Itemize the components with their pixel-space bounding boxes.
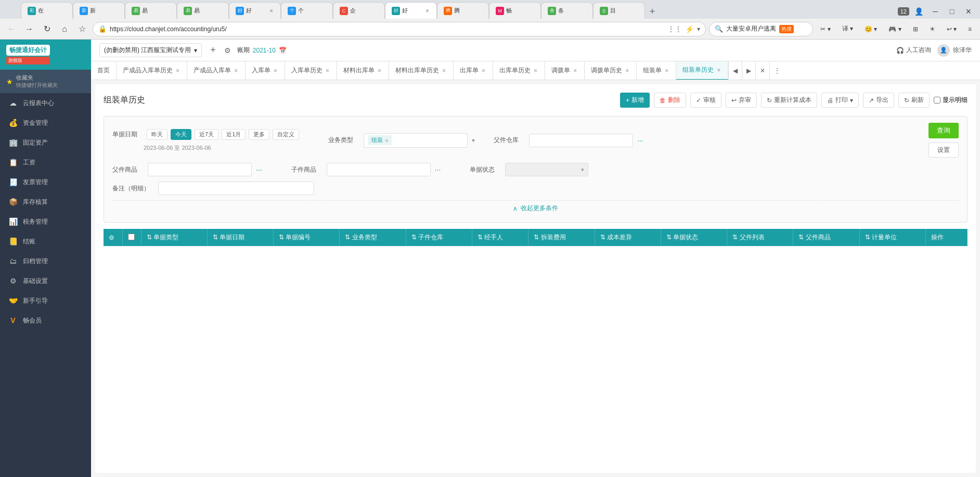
assemble-close[interactable]: ×: [664, 67, 669, 74]
browser-tab-6[interactable]: 个 个: [281, 2, 333, 19]
lightning-icon[interactable]: ⚡: [685, 25, 694, 33]
refresh-btn[interactable]: ↻ 刷新: [898, 93, 930, 108]
prod-in-hist-close[interactable]: ×: [175, 67, 180, 74]
set-btn[interactable]: 设置: [929, 143, 959, 158]
col-biz-type[interactable]: ⇅ 业务类型: [340, 229, 406, 246]
maximize-button[interactable]: □: [945, 4, 959, 19]
browser-tab-11[interactable]: 各 各: [541, 2, 593, 19]
browser-tab-9[interactable]: 腾 腾: [437, 2, 489, 19]
app-tab-assemble-hist[interactable]: 组装单历史 ×: [676, 61, 728, 80]
tab-add-button[interactable]: +: [645, 4, 660, 19]
translate-btn[interactable]: 译 ▾: [838, 22, 857, 35]
tab-nav-right[interactable]: ▶: [742, 61, 755, 80]
app-tab-mat-out[interactable]: 材料出库单 ×: [337, 61, 389, 80]
tab-options-btn[interactable]: ⋮: [769, 61, 784, 80]
sidebar-item-basic-settings[interactable]: ⚙ 基础设置: [0, 271, 91, 291]
sidebar-item-invoice-mgmt[interactable]: 🧾 发票管理: [0, 172, 91, 192]
mat-out-close[interactable]: ×: [377, 67, 382, 74]
sidebar-item-tax-mgmt[interactable]: 📊 税务管理: [0, 212, 91, 231]
company-selector[interactable]: (勿删勿禁用) 江西服宝测试专用 ▾: [99, 43, 202, 57]
delete-btn[interactable]: 🗑 删除: [654, 93, 686, 108]
help-btn[interactable]: 🎧 人工咨询: [896, 46, 931, 55]
audit-btn[interactable]: ✓ 审核: [690, 93, 721, 108]
sidebar-item-fixed-assets[interactable]: 🏢 固定资产: [0, 133, 91, 152]
grid-btn[interactable]: ⊞: [909, 23, 922, 35]
browser-tab-8[interactable]: 好 好 ×: [385, 2, 437, 19]
qr-icon[interactable]: ⋮⋮: [667, 25, 682, 33]
col-disassemble-fee[interactable]: ⇅ 拆装费用: [528, 229, 595, 246]
bookmark-button[interactable]: ☆: [75, 22, 89, 36]
browser-tab-2[interactable]: 新 新: [73, 2, 125, 19]
app-tab-adjust[interactable]: 调拨单 ×: [545, 61, 585, 80]
emoji-btn[interactable]: 😊 ▾: [860, 23, 881, 35]
topbar-settings-btn[interactable]: ⚙: [224, 46, 231, 55]
browser-search-box[interactable]: 🔍 大量安卓用户逃离 热搜: [709, 22, 813, 36]
app-tab-in-single[interactable]: 入库单 ×: [246, 61, 285, 80]
abandon-btn[interactable]: ↩ 弃审: [726, 93, 757, 108]
col-handler[interactable]: ⇅ 经手人: [472, 229, 528, 246]
user-info[interactable]: 👤 徐泽华: [937, 44, 972, 57]
browser-tab-4[interactable]: 易 易: [177, 2, 229, 19]
app-tab-adjust-hist[interactable]: 调拨单历史 ×: [585, 61, 637, 80]
col-bill-type[interactable]: ⇅ 单据类型: [141, 229, 207, 246]
bill-status-select[interactable]: [505, 163, 588, 176]
address-bar[interactable]: 🔒 https://cloud.chanjet.com/accounting/u…: [93, 22, 706, 36]
parent-goods-input[interactable]: [148, 163, 252, 176]
app-tab-home[interactable]: 首页: [91, 61, 117, 80]
app-tab-in-hist[interactable]: 入库单历史 ×: [285, 61, 337, 80]
col-parent-list[interactable]: ⇅ 父件列表: [727, 229, 793, 246]
tab-more-btn[interactable]: ✕: [755, 61, 769, 80]
show-detail-checkbox[interactable]: [934, 97, 940, 104]
minimize-button[interactable]: ─: [928, 4, 943, 19]
parent-warehouse-more[interactable]: ···: [637, 136, 643, 145]
app-tab-out-single[interactable]: 出库单 ×: [454, 61, 493, 80]
app-tab-out-hist[interactable]: 出库单历史 ×: [493, 61, 545, 80]
export-btn[interactable]: ↗ 导出: [863, 93, 894, 108]
sidebar-item-cloud-report[interactable]: ☁ 云报表中心: [0, 93, 91, 113]
recalc-btn[interactable]: ↻ 重新计算成本: [761, 93, 817, 108]
today-btn[interactable]: 今天: [171, 129, 191, 140]
topbar-add-btn[interactable]: +: [208, 45, 218, 56]
sidebar-item-member[interactable]: V 畅会员: [0, 311, 91, 330]
tab-close-5[interactable]: ×: [268, 7, 274, 15]
refresh-page-button[interactable]: ↻: [40, 22, 54, 36]
app-tab-prod-in-hist[interactable]: 产成品入库单历史 ×: [117, 61, 187, 80]
col-parent-goods[interactable]: ⇅ 父件商品: [793, 229, 859, 246]
undo-btn[interactable]: ↩ ▾: [943, 23, 961, 35]
prod-in-close[interactable]: ×: [233, 67, 239, 74]
sidebar-favorites[interactable]: ★ 收藏夹 快捷键打开收藏夹: [0, 70, 91, 93]
col-cost-diff[interactable]: ⇅ 成本差异: [595, 229, 661, 246]
adjust-hist-close[interactable]: ×: [624, 67, 630, 74]
col-bill-status[interactable]: ⇅ 单据状态: [661, 229, 727, 246]
collapse-btn[interactable]: ∧ 收起更多条件: [112, 200, 959, 216]
col-settings[interactable]: ⚙: [104, 229, 122, 246]
browser-tab-3[interactable]: 易 易: [125, 2, 177, 19]
col-calc-unit[interactable]: ⇅ 计量单位: [859, 229, 925, 246]
col-bill-date[interactable]: ⇅ 单据日期: [207, 229, 273, 246]
tab-nav-left[interactable]: ◀: [728, 61, 742, 80]
biz-type-remove[interactable]: ×: [385, 137, 388, 144]
sidebar-item-fund-mgmt[interactable]: 💰 资金管理: [0, 113, 91, 133]
7days-btn[interactable]: 近7天: [195, 129, 218, 140]
app-tab-prod-in[interactable]: 产成品入库单 ×: [187, 61, 246, 80]
browser-tab-1[interactable]: 彩 在: [21, 2, 73, 19]
child-goods-more[interactable]: ···: [435, 165, 441, 174]
child-goods-input[interactable]: [327, 163, 431, 176]
1month-btn[interactable]: 近1月: [222, 129, 246, 140]
browser-tab-10[interactable]: M 畅: [489, 2, 541, 19]
game-btn[interactable]: 🎮 ▾: [884, 23, 905, 35]
sidebar-item-settle[interactable]: 📒 结账: [0, 231, 91, 251]
custom-btn[interactable]: 自定义: [273, 129, 299, 140]
menu-btn[interactable]: ≡: [964, 23, 976, 35]
scissors-btn[interactable]: ✂ ▾: [816, 23, 834, 35]
out-single-close[interactable]: ×: [481, 67, 486, 74]
tab-profile-icon[interactable]: 👤: [911, 4, 926, 19]
select-all-checkbox[interactable]: [128, 234, 135, 240]
back-button[interactable]: ←: [4, 22, 19, 36]
mat-out-hist-close[interactable]: ×: [441, 67, 447, 74]
sidebar-item-salary[interactable]: 📋 工资: [0, 152, 91, 172]
sun-btn[interactable]: ☀: [925, 23, 939, 35]
in-single-close[interactable]: ×: [273, 67, 278, 74]
sidebar-item-inventory[interactable]: 📦 库存核算: [0, 192, 91, 212]
address-dropdown-icon[interactable]: ▾: [697, 25, 700, 33]
